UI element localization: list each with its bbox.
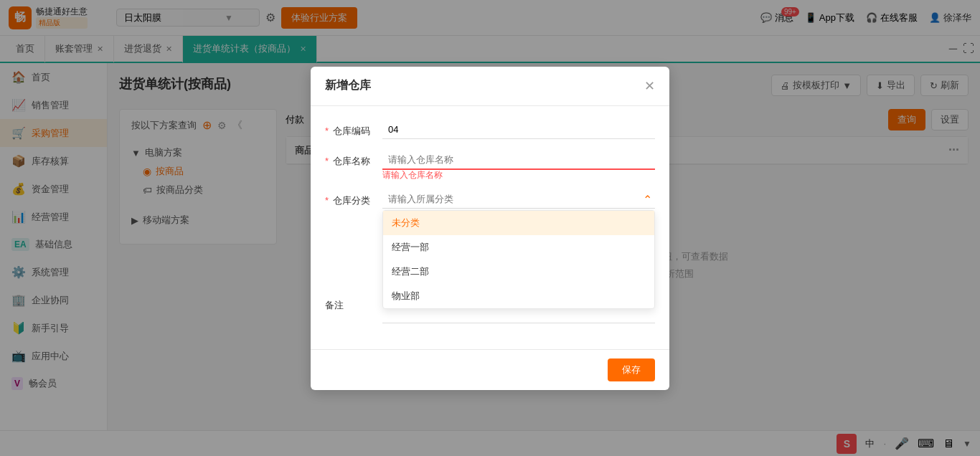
code-label: * 仓库编码 [325, 120, 382, 138]
category-dropdown: 未分类 经营一部 经营二部 物业部 [382, 210, 655, 309]
form-row-code: * 仓库编码 [325, 120, 655, 139]
modal-body: * 仓库编码 * 仓库名称 请输入仓库名称 * [311, 106, 669, 349]
category-arrow-icon[interactable]: ⌃ [643, 192, 652, 206]
category-select-wrap: ⌃ 未分类 经营一部 经营二部 物业部 [382, 190, 655, 209]
category-input[interactable] [382, 190, 655, 209]
dropdown-item-dept2[interactable]: 经营二部 [383, 260, 654, 284]
modal-header: 新增仓库 ✕ [311, 67, 669, 106]
name-input[interactable] [382, 151, 655, 170]
dropdown-item-uncategorized[interactable]: 未分类 [383, 211, 654, 235]
modal-footer: 保存 [311, 349, 669, 390]
form-row-name: * 仓库名称 请输入仓库名称 [325, 151, 655, 170]
modal-overlay[interactable]: 新增仓库 ✕ * 仓库编码 * 仓库名称 请输入仓库名称 [0, 0, 980, 456]
name-error-msg: 请输入仓库名称 [382, 169, 443, 181]
form-row-category: * 仓库分类 ⌃ 未分类 经营一部 经营二部 物业部 [325, 190, 655, 209]
modal-new-warehouse: 新增仓库 ✕ * 仓库编码 * 仓库名称 请输入仓库名称 [311, 67, 669, 390]
dropdown-item-dept3[interactable]: 物业部 [383, 284, 654, 308]
category-label: * 仓库分类 [325, 190, 382, 207]
save-btn[interactable]: 保存 [608, 358, 655, 381]
name-label: * 仓库名称 [325, 151, 382, 168]
dropdown-item-dept1[interactable]: 经营一部 [383, 235, 654, 260]
code-input[interactable] [382, 120, 655, 139]
note-label: 备注 [325, 295, 382, 312]
name-input-wrap: 请输入仓库名称 [382, 151, 655, 170]
modal-title: 新增仓库 [325, 78, 371, 93]
modal-close-btn[interactable]: ✕ [644, 78, 655, 94]
